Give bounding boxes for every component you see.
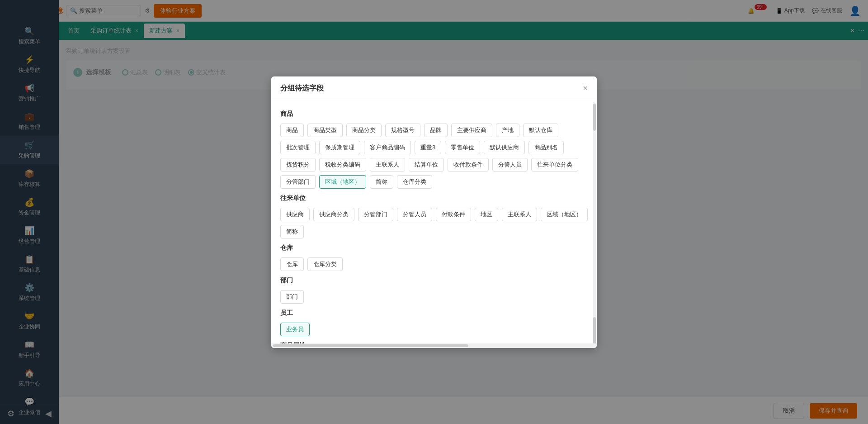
field-tag-pick-score[interactable]: 拣货积分	[280, 158, 316, 172]
field-tag-pay-terms[interactable]: 付款条件	[436, 208, 471, 221]
field-tag-main-contact2[interactable]: 主联系人	[502, 208, 537, 221]
field-tag-default-supplier[interactable]: 默认供应商	[484, 141, 525, 154]
field-tag-partner-category[interactable]: 往来单位分类	[531, 158, 578, 172]
field-tag-supplier-cat[interactable]: 供应商分类	[313, 208, 354, 221]
modal-body[interactable]: 商品 商品 商品类型 商品分类 规格型号 品牌 主要供应商 产地 默认仓库 批次…	[271, 99, 597, 343]
field-tag-warehouse-cat[interactable]: 仓库分类	[397, 175, 432, 189]
field-tag-department[interactable]: 部门	[280, 290, 304, 304]
field-tag-region[interactable]: 区域（地区）	[319, 175, 366, 189]
field-grid-warehouse: 仓库 仓库分类	[280, 257, 588, 271]
field-tag-settle-unit[interactable]: 结算单位	[409, 158, 444, 172]
field-tag-abbr[interactable]: 简称	[370, 175, 393, 189]
field-tag-warehouse-cat2[interactable]: 仓库分类	[307, 257, 343, 271]
field-tag-area[interactable]: 地区	[475, 208, 498, 221]
field-tag-product-type[interactable]: 商品类型	[307, 124, 343, 137]
field-tag-region2[interactable]: 区域（地区）	[541, 208, 588, 221]
field-grid-product: 商品 商品类型 商品分类 规格型号 品牌 主要供应商 产地 默认仓库 批次管理 …	[280, 124, 588, 189]
field-grid-dept: 部门	[280, 290, 588, 304]
field-tag-counterpart-person[interactable]: 分管人员	[397, 208, 432, 221]
field-tag-main-supplier[interactable]: 主要供应商	[451, 124, 492, 137]
field-tag-spec-model[interactable]: 规格型号	[385, 124, 420, 137]
modal-close-button[interactable]: ×	[583, 84, 588, 92]
modal-overlay[interactable]: 分组待选字段 × 商品 商品 商品类型 商品分类 规格型号 品牌 主要供应商 产…	[0, 0, 868, 424]
field-tag-counterpart-dept[interactable]: 分管部门	[358, 208, 393, 221]
field-tag-supervisor[interactable]: 分管人员	[492, 158, 528, 172]
section-title-counterpart: 往来单位	[280, 194, 588, 202]
field-tag-product-alias[interactable]: 商品别名	[528, 141, 564, 154]
field-tag-origin[interactable]: 产地	[496, 124, 519, 137]
field-tag-retail-unit[interactable]: 零售单位	[445, 141, 480, 154]
section-title-dept: 部门	[280, 276, 588, 285]
section-title-product-attr: 商品属性	[280, 342, 588, 343]
section-title-warehouse: 仓库	[280, 244, 588, 252]
field-tag-default-warehouse[interactable]: 默认仓库	[523, 124, 558, 137]
field-tag-salesperson[interactable]: 业务员	[280, 323, 310, 336]
field-tag-product-category[interactable]: 商品分类	[346, 124, 382, 137]
field-tag-weight3[interactable]: 重量3	[415, 141, 441, 154]
field-tag-dept[interactable]: 分管部门	[280, 175, 316, 189]
modal-field-select: 分组待选字段 × 商品 商品 商品类型 商品分类 规格型号 品牌 主要供应商 产…	[271, 76, 597, 348]
field-tag-supplier[interactable]: 供应商	[280, 208, 310, 221]
field-tag-batch-mgmt[interactable]: 批次管理	[280, 141, 316, 154]
field-tag-brand[interactable]: 品牌	[424, 124, 448, 137]
field-tag-customer-code[interactable]: 客户商品编码	[364, 141, 411, 154]
field-tag-warehouse[interactable]: 仓库	[280, 257, 304, 271]
field-tag-abbr2[interactable]: 简称	[280, 225, 304, 238]
field-tag-product[interactable]: 商品	[280, 124, 304, 137]
field-grid-counterpart: 供应商 供应商分类 分管部门 分管人员 付款条件 地区 主联系人 区域（地区） …	[280, 208, 588, 238]
field-tag-shelf-life[interactable]: 保质期管理	[319, 141, 360, 154]
section-title-employee: 员工	[280, 309, 588, 317]
field-tag-main-contact[interactable]: 主联系人	[370, 158, 405, 172]
modal-header: 分组待选字段 ×	[271, 76, 597, 99]
field-tag-payment-terms[interactable]: 收付款条件	[448, 158, 489, 172]
field-tag-tax-code[interactable]: 税收分类编码	[319, 158, 366, 172]
section-title-product: 商品	[280, 110, 588, 118]
modal-title: 分组待选字段	[280, 84, 324, 93]
field-grid-employee: 业务员	[280, 323, 588, 336]
